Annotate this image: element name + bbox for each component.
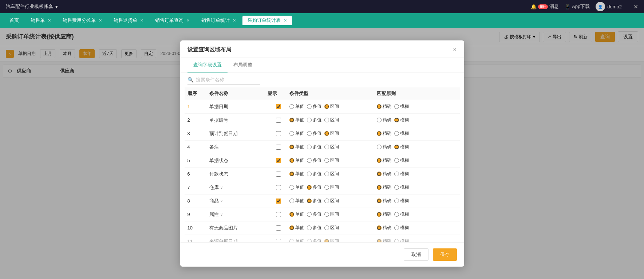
type-range-radio[interactable]: 区间 bbox=[324, 211, 339, 217]
row-display-checkbox[interactable] bbox=[268, 199, 289, 204]
row-display-checkbox[interactable] bbox=[268, 172, 289, 177]
type-single-radio[interactable]: 单值 bbox=[289, 157, 304, 164]
type-range-radio[interactable]: 区间 bbox=[324, 144, 339, 150]
type-single-radio[interactable]: 单值 bbox=[289, 117, 304, 123]
match-fuzzy-radio[interactable]: 模糊 bbox=[394, 157, 409, 164]
match-fuzzy-radio[interactable]: 模糊 bbox=[394, 211, 409, 217]
match-exact-radio[interactable]: 精确 bbox=[377, 130, 391, 137]
tab-layout-adjust[interactable]: 布局调整 bbox=[228, 58, 258, 72]
match-exact-radio[interactable]: 精确 bbox=[377, 184, 391, 190]
row-order: 3 bbox=[187, 131, 209, 136]
dialog-close-button[interactable]: × bbox=[453, 46, 457, 53]
type-range-radio[interactable]: 区间 bbox=[324, 238, 339, 242]
close-tab-icon[interactable]: ✕ bbox=[140, 18, 143, 23]
type-range-radio[interactable]: 区间 bbox=[324, 225, 339, 231]
user-menu[interactable]: 👤 demo2 bbox=[596, 2, 622, 11]
row-name: 备注 bbox=[209, 144, 268, 150]
close-tab-icon[interactable]: ✕ bbox=[284, 18, 287, 23]
match-fuzzy-radio[interactable]: 模糊 bbox=[394, 130, 409, 137]
nav-sales-stats[interactable]: 销售订单统计 ✕ bbox=[196, 16, 241, 25]
nav-purchase-stats[interactable]: 采购订单统计表 ✕ bbox=[242, 16, 292, 25]
match-exact-radio[interactable]: 精确 bbox=[377, 171, 391, 177]
match-fuzzy-radio[interactable]: 模糊 bbox=[394, 184, 409, 190]
match-fuzzy-radio[interactable]: 模糊 bbox=[394, 103, 409, 110]
type-single-radio[interactable]: 单值 bbox=[289, 144, 304, 150]
type-range-radio[interactable]: 区间 bbox=[324, 157, 339, 164]
row-display-checkbox[interactable] bbox=[268, 225, 289, 231]
row-display-checkbox[interactable] bbox=[268, 131, 289, 136]
type-multi-radio[interactable]: 多值 bbox=[307, 157, 321, 164]
type-single-radio[interactable]: 单值 bbox=[289, 103, 304, 110]
type-range-radio[interactable]: 区间 bbox=[324, 171, 339, 177]
type-single-radio[interactable]: 单值 bbox=[289, 130, 304, 137]
nav-sales-expense[interactable]: 销售费用分摊单 ✕ bbox=[58, 16, 107, 25]
row-order: 2 bbox=[187, 117, 209, 123]
match-fuzzy-radio[interactable]: 模糊 bbox=[394, 117, 409, 123]
type-single-radio[interactable]: 单值 bbox=[289, 184, 304, 190]
close-tab-icon[interactable]: ✕ bbox=[99, 18, 102, 23]
type-multi-radio[interactable]: 多值 bbox=[307, 103, 321, 110]
match-exact-radio[interactable]: 精确 bbox=[377, 157, 391, 164]
nav-sales-query[interactable]: 销售订单查询 ✕ bbox=[150, 16, 195, 25]
row-name: 付款状态 bbox=[209, 171, 268, 177]
type-multi-radio[interactable]: 多值 bbox=[307, 184, 321, 190]
row-display-checkbox[interactable] bbox=[268, 212, 289, 217]
app-download-button[interactable]: 📱 App下载 bbox=[565, 3, 590, 10]
avatar: 👤 bbox=[596, 2, 605, 11]
cancel-button[interactable]: 取消 bbox=[404, 248, 428, 261]
save-button[interactable]: 保存 bbox=[433, 248, 457, 261]
condition-search-input[interactable] bbox=[196, 77, 260, 82]
row-display-checkbox[interactable] bbox=[268, 118, 289, 123]
table-row: 8 商品 ∨ 单值 多值 区间 精确 模糊 bbox=[185, 194, 460, 208]
close-top-button[interactable]: ✕ bbox=[633, 3, 638, 10]
type-multi-radio[interactable]: 多值 bbox=[307, 144, 321, 150]
type-multi-radio[interactable]: 多值 bbox=[307, 238, 321, 242]
row-match-group: 精确 模糊 bbox=[377, 171, 457, 177]
match-exact-radio[interactable]: 精确 bbox=[377, 144, 391, 150]
type-range-radio[interactable]: 区间 bbox=[324, 184, 339, 190]
row-display-checkbox[interactable] bbox=[268, 104, 289, 109]
row-display-checkbox[interactable] bbox=[268, 239, 289, 242]
match-fuzzy-radio[interactable]: 模糊 bbox=[394, 171, 409, 177]
nav-home[interactable]: 首页 bbox=[4, 16, 24, 25]
match-exact-radio[interactable]: 精确 bbox=[377, 211, 391, 217]
match-exact-radio[interactable]: 精确 bbox=[377, 117, 391, 123]
type-single-radio[interactable]: 单值 bbox=[289, 198, 304, 204]
type-multi-radio[interactable]: 多值 bbox=[307, 130, 321, 137]
nav-sales-return[interactable]: 销售退货单 ✕ bbox=[108, 16, 149, 25]
match-exact-radio[interactable]: 精确 bbox=[377, 103, 391, 110]
type-single-radio[interactable]: 单值 bbox=[289, 225, 304, 231]
match-exact-radio[interactable]: 精确 bbox=[377, 198, 391, 204]
match-fuzzy-radio[interactable]: 模糊 bbox=[394, 144, 409, 150]
close-tab-icon[interactable]: ✕ bbox=[48, 18, 51, 23]
type-single-radio[interactable]: 单值 bbox=[289, 171, 304, 177]
type-multi-radio[interactable]: 多值 bbox=[307, 117, 321, 123]
tab-query-fields[interactable]: 查询字段设置 bbox=[187, 58, 228, 72]
type-range-radio[interactable]: 区间 bbox=[324, 117, 339, 123]
type-multi-radio[interactable]: 多值 bbox=[307, 211, 321, 217]
match-exact-radio[interactable]: 精确 bbox=[377, 238, 391, 242]
type-single-radio[interactable]: 单值 bbox=[289, 238, 304, 242]
match-fuzzy-radio[interactable]: 模糊 bbox=[394, 238, 409, 242]
match-fuzzy-radio[interactable]: 模糊 bbox=[394, 225, 409, 231]
row-display-checkbox[interactable] bbox=[268, 185, 289, 190]
type-multi-radio[interactable]: 多值 bbox=[307, 171, 321, 177]
row-type-group: 单值 多值 区间 bbox=[289, 225, 377, 231]
row-display-checkbox[interactable] bbox=[268, 145, 289, 150]
notification-button[interactable]: 🔔 99+ 消息 bbox=[531, 3, 559, 10]
type-multi-radio[interactable]: 多值 bbox=[307, 225, 321, 231]
close-tab-icon[interactable]: ✕ bbox=[186, 18, 190, 23]
table-row: 4 备注 单值 多值 区间 精确 模糊 bbox=[185, 141, 460, 154]
type-multi-radio[interactable]: 多值 bbox=[307, 198, 321, 204]
row-display-checkbox[interactable] bbox=[268, 158, 289, 163]
match-exact-radio[interactable]: 精确 bbox=[377, 225, 391, 231]
notification-badge: 99+ bbox=[538, 4, 548, 9]
type-single-radio[interactable]: 单值 bbox=[289, 211, 304, 217]
nav-sales-order[interactable]: 销售单 ✕ bbox=[25, 16, 56, 25]
type-range-radio[interactable]: 区间 bbox=[324, 130, 339, 137]
row-match-group: 精确 模糊 bbox=[377, 238, 457, 242]
match-fuzzy-radio[interactable]: 模糊 bbox=[394, 198, 409, 204]
type-range-radio[interactable]: 区间 bbox=[324, 103, 339, 110]
type-range-radio[interactable]: 区间 bbox=[324, 198, 339, 204]
close-tab-icon[interactable]: ✕ bbox=[233, 18, 236, 23]
